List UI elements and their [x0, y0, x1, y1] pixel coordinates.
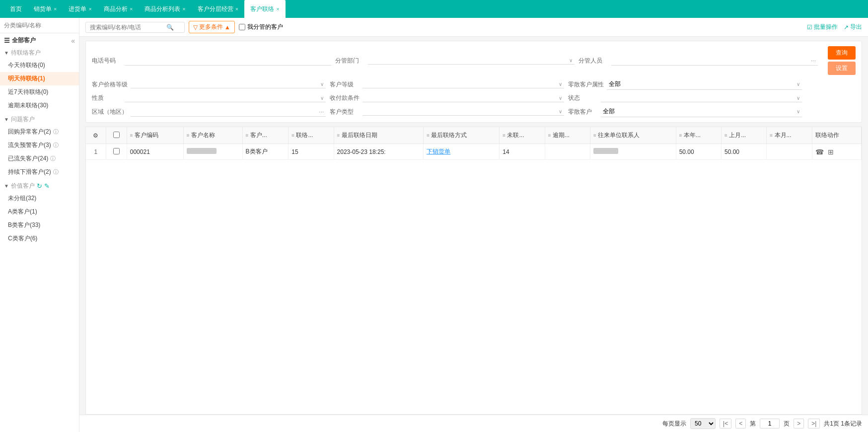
sidebar-group-value: ▼ 价值客户 ↻ ✎: [0, 179, 79, 192]
customer-type-select[interactable]: ∨: [362, 108, 564, 116]
contact-icon[interactable]: ☎: [815, 148, 824, 156]
close-icon[interactable]: ×: [182, 0, 185, 18]
region-input-area: ···: [131, 107, 326, 117]
all-customers-title[interactable]: ☰ 全部客户: [4, 36, 36, 45]
nav-product-analysis-list[interactable]: 商品分析列表 ×: [139, 0, 191, 18]
close-icon[interactable]: ×: [88, 0, 91, 18]
sidebar-item-overdue[interactable]: 逾期未联络(30): [0, 99, 79, 112]
th-last-month[interactable]: ≡ 上月...: [721, 127, 766, 144]
info-icon[interactable]: ⓘ: [53, 168, 59, 176]
sidebar-item-class-a[interactable]: A类客户(1): [0, 205, 79, 218]
customer-table-container: ⚙ ≡ 客户编码 ≡ 客户名称 ≡ 客户...: [85, 127, 862, 415]
region-dots-button[interactable]: ···: [319, 108, 324, 115]
close-icon[interactable]: ×: [235, 0, 238, 18]
sidebar-item-class-c[interactable]: C类客户(6): [0, 232, 79, 245]
customer-table: ⚙ ≡ 客户编码 ≡ 客户名称 ≡ 客户...: [86, 127, 862, 160]
retail-customer-select[interactable]: 全部 ∨: [601, 106, 802, 117]
sidebar-item-abnormal[interactable]: 回购异常客户(2) ⓘ: [0, 125, 79, 139]
th-contacts[interactable]: ≡ 联络...: [289, 127, 334, 144]
sidebar-item-declining[interactable]: 持续下滑客户(2) ⓘ: [0, 165, 79, 179]
filter-row-1: 电话号码 分管部门 ∨ 分管人员 ··· 查询: [92, 46, 856, 75]
sidebar-search-area: 🔍: [0, 18, 79, 33]
th-code[interactable]: ≡ 客户编码: [127, 127, 183, 144]
status-select[interactable]: ∨: [601, 94, 802, 102]
sidebar-item-7days[interactable]: 近7天待联络(0): [0, 85, 79, 99]
td-overdue: [545, 144, 590, 160]
next-page-button[interactable]: >: [794, 419, 804, 429]
sidebar-item-class-b[interactable]: B类客户(33): [0, 218, 79, 232]
sidebar-item-today[interactable]: 今天待联络(0): [0, 59, 79, 72]
info-icon[interactable]: ⓘ: [53, 142, 59, 149]
unit-contact-placeholder: [593, 148, 618, 154]
main-search-input[interactable]: [90, 24, 164, 31]
th-settings[interactable]: ⚙: [86, 127, 106, 144]
info-icon[interactable]: ⓘ: [50, 155, 56, 162]
settings-icon[interactable]: ⚙: [93, 132, 98, 139]
phone-input[interactable]: [125, 56, 331, 66]
chevron-down-icon: ∨: [796, 81, 800, 87]
nav-customer-contact[interactable]: 客户联络 ×: [244, 0, 285, 18]
th-type[interactable]: ≡ 客户...: [242, 127, 289, 144]
nav-sales-order[interactable]: 销货单 ×: [28, 0, 63, 18]
close-icon[interactable]: ×: [276, 0, 279, 18]
td-last-contact-method[interactable]: 下销货单: [424, 144, 500, 160]
th-last-contact-date[interactable]: ≡ 最后联络日期: [334, 127, 424, 144]
main-search-box: 🔍: [85, 22, 185, 33]
th-unit-contact[interactable]: ≡ 往来单位联系人: [590, 127, 676, 144]
query-button[interactable]: 查询: [828, 46, 856, 60]
filter-more-button[interactable]: ▽ 更多条件 ▲: [189, 21, 235, 33]
last-page-button[interactable]: >|: [808, 419, 820, 429]
retail-attr-select[interactable]: 全部 ∨: [607, 79, 802, 90]
my-customers-checkbox-label[interactable]: 我分管的客户: [239, 23, 283, 31]
info-icon[interactable]: ⓘ: [53, 128, 59, 136]
page-number-input[interactable]: [760, 419, 780, 429]
edit-icon[interactable]: ✎: [44, 182, 50, 190]
nav-purchase-order[interactable]: 进货单 ×: [63, 0, 97, 18]
nav-customer-tier[interactable]: 客户分层经营 ×: [192, 0, 244, 18]
table-row: 1 000021 B类客户 15 2023-05-23 18:25: 下销货单: [86, 144, 862, 160]
first-page-button[interactable]: |<: [720, 419, 731, 429]
close-icon[interactable]: ×: [130, 0, 133, 18]
select-all-checkbox[interactable]: [113, 132, 120, 138]
search-icon[interactable]: 🔍: [166, 24, 174, 31]
sidebar: 🔍 ☰ 全部客户 « ▼ 待联络客户 今天待联络(0) 明天待联络(1) 近7天…: [0, 18, 79, 432]
th-current-month[interactable]: ≡ 本月...: [767, 127, 812, 144]
th-last-contact-method[interactable]: ≡ 最后联络方式: [424, 127, 500, 144]
td-checkbox[interactable]: [106, 144, 127, 160]
more-action-icon[interactable]: ⊞: [828, 148, 834, 156]
td-action: ☎ ⊞: [812, 144, 861, 160]
payment-select[interactable]: ∨: [362, 94, 564, 102]
batch-ops-button[interactable]: ☑ 批量操作: [807, 23, 838, 31]
manager-dots-button[interactable]: ···: [811, 57, 816, 64]
th-overdue[interactable]: ≡ 逾期...: [545, 127, 590, 144]
th-name[interactable]: ≡ 客户名称: [183, 127, 242, 144]
price-level-select[interactable]: ∨: [131, 80, 326, 88]
sidebar-item-tomorrow[interactable]: 明天待联络(1): [0, 72, 79, 85]
td-current-year: 50.00: [676, 144, 721, 160]
nav-product-analysis[interactable]: 商品分析 ×: [98, 0, 139, 18]
customer-level-select[interactable]: ∨: [362, 80, 564, 88]
page-size-label: 每页显示: [662, 420, 686, 428]
close-icon[interactable]: ×: [54, 0, 57, 18]
triangle-icon: ▼: [4, 117, 9, 122]
collapse-icon[interactable]: «: [71, 37, 75, 45]
refresh-icon[interactable]: ↻: [37, 182, 42, 190]
set-button[interactable]: 设置: [828, 62, 856, 75]
th-current-year[interactable]: ≡ 本年...: [676, 127, 721, 144]
th-checkbox[interactable]: [106, 127, 127, 144]
prev-page-button[interactable]: <: [735, 419, 746, 429]
chevron-down-icon: ∨: [320, 95, 324, 101]
row-checkbox[interactable]: [113, 148, 120, 154]
manager-input-area: ···: [611, 56, 818, 66]
sidebar-item-ungrouped[interactable]: 未分组(32): [0, 192, 79, 205]
th-not-contacted[interactable]: ≡ 未联...: [500, 127, 545, 144]
page-size-select[interactable]: 50 100 200: [690, 418, 716, 429]
nav-home[interactable]: 首页: [4, 0, 28, 18]
sidebar-item-lost-warning[interactable]: 流失预警客户(3) ⓘ: [0, 139, 79, 152]
gender-select[interactable]: ∨: [125, 94, 326, 102]
my-customers-checkbox[interactable]: [239, 24, 245, 30]
dept-select[interactable]: ∨: [368, 57, 575, 65]
sidebar-search-input[interactable]: [4, 22, 78, 29]
export-button[interactable]: ↗ 导出: [844, 23, 862, 31]
sidebar-item-lost[interactable]: 已流失客户(24) ⓘ: [0, 152, 79, 165]
